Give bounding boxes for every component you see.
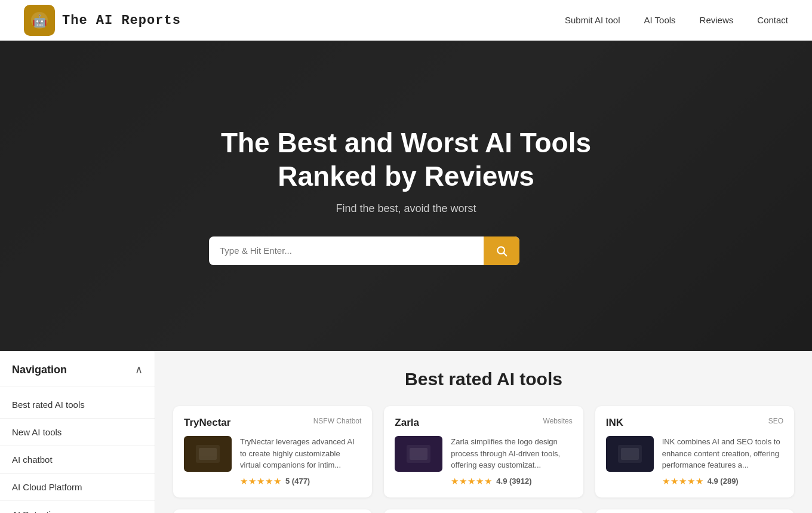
tool-body: Zarla simplifies the logo design process… (395, 436, 572, 487)
tool-card-header: Zarla Websites (395, 417, 572, 429)
hero-title: The Best and Worst AI Tools Ranked by Re… (209, 127, 603, 192)
tools-section: Best rated AI tools TryNectar NSFW Chatb… (155, 351, 812, 513)
svg-rect-5 (199, 448, 217, 460)
tool-rating: ★★★★★ 5 (477) (240, 476, 361, 487)
sidebar-title: Navigation (12, 364, 67, 376)
tool-body: TryNectar leverages advanced AI to creat… (184, 436, 361, 487)
tool-card-trynectar[interactable]: TryNectar NSFW Chatbot TryNectar leverag… (173, 406, 372, 497)
hero-content: The Best and Worst AI Tools Ranked by Re… (197, 127, 615, 265)
search-input[interactable] (209, 236, 484, 265)
tool-card-header: TryNectar NSFW Chatbot (184, 417, 361, 429)
sidebar-header: Navigation ∧ (0, 351, 155, 386)
header: 🤖 The AI Reports Submit AI toolAI ToolsR… (0, 0, 812, 41)
tools-grid: TryNectar NSFW Chatbot TryNectar leverag… (173, 406, 794, 513)
main-nav: Submit AI toolAI ToolsReviewsContact (565, 15, 788, 26)
tool-stars: ★★★★★ (240, 476, 282, 487)
hero-subtitle: Find the best, avoid the worst (209, 202, 603, 215)
tool-thumbnail (606, 436, 654, 472)
search-button[interactable] (484, 236, 519, 265)
tool-desc: INK combines AI and SEO tools to enhance… (662, 436, 783, 471)
svg-rect-7 (410, 448, 427, 460)
logo-icon: 🤖 (24, 5, 55, 36)
svg-rect-9 (621, 448, 639, 460)
tool-desc: Zarla simplifies the logo design process… (451, 436, 572, 471)
tool-stars: ★★★★★ (662, 476, 704, 487)
main-content: Navigation ∧ Best rated AI toolsNew AI t… (0, 351, 812, 513)
nav-link-submit-ai-tool[interactable]: Submit AI tool (565, 15, 620, 25)
tool-rating: ★★★★★ 4.9 (3912) (451, 476, 572, 487)
tool-category: SEO (768, 417, 783, 425)
tool-category: NSFW Chatbot (313, 417, 362, 425)
sidebar-toggle-icon[interactable]: ∧ (135, 363, 143, 376)
best-rated-title: Best rated AI tools (173, 369, 794, 389)
tool-card-ink[interactable]: INK SEO INK combines AI and SEO tools to… (595, 406, 794, 497)
sidebar-nav: Best rated AI toolsNew AI toolsAI chatbo… (0, 386, 155, 513)
svg-line-3 (504, 253, 507, 256)
svg-text:🤖: 🤖 (32, 14, 47, 28)
tool-desc: TryNectar leverages advanced AI to creat… (240, 436, 361, 471)
tool-body: INK combines AI and SEO tools to enhance… (606, 436, 783, 487)
nav-link-ai-tools[interactable]: AI Tools (644, 15, 676, 25)
tool-card-anyword[interactable]: Anyword Copywriting Anyword helps market… (595, 509, 794, 514)
sidebar-item-ai-chatbot[interactable]: AI chatbot (0, 446, 155, 473)
tool-card-header: INK SEO (606, 417, 783, 429)
tool-name: Zarla (395, 417, 419, 429)
tool-thumbnail (395, 436, 442, 472)
tool-thumbnail (184, 436, 232, 472)
tool-rating-text: 4.9 (289) (708, 477, 739, 486)
nav-link-reviews[interactable]: Reviews (700, 15, 734, 25)
tool-card-freepik[interactable]: Freepik Images Freepik offers a rich lib… (173, 509, 372, 514)
nav-link-contact[interactable]: Contact (757, 15, 788, 25)
sidebar: Navigation ∧ Best rated AI toolsNew AI t… (0, 351, 155, 513)
tool-card-zarla[interactable]: Zarla Websites Zarla simplifies the logo… (384, 406, 583, 497)
sidebar-item-ai-detection[interactable]: AI Detection (0, 501, 155, 513)
sidebar-item-best-rated-ai-tools[interactable]: Best rated AI tools (0, 391, 155, 418)
tool-rating-text: 5 (477) (285, 477, 310, 486)
tool-card-neuroflash[interactable]: neuroflash Copywriting Neuroflash offers… (384, 509, 583, 514)
search-bar (209, 236, 519, 265)
tool-right: Zarla simplifies the logo design process… (451, 436, 572, 487)
logo-text: The AI Reports (62, 13, 181, 28)
sidebar-item-new-ai-tools[interactable]: New AI tools (0, 419, 155, 446)
tool-stars: ★★★★★ (451, 476, 493, 487)
tool-rating: ★★★★★ 4.9 (289) (662, 476, 783, 487)
tool-category: Websites (543, 417, 573, 425)
tool-rating-text: 4.9 (3912) (496, 477, 531, 486)
tool-right: TryNectar leverages advanced AI to creat… (240, 436, 361, 487)
hero-section: The Best and Worst AI Tools Ranked by Re… (0, 41, 812, 351)
sidebar-item-ai-cloud-platform[interactable]: AI Cloud Platform (0, 474, 155, 500)
tool-name: INK (606, 417, 623, 429)
tool-name: TryNectar (184, 417, 230, 429)
logo[interactable]: 🤖 The AI Reports (24, 5, 181, 36)
tool-right: INK combines AI and SEO tools to enhance… (662, 436, 783, 487)
